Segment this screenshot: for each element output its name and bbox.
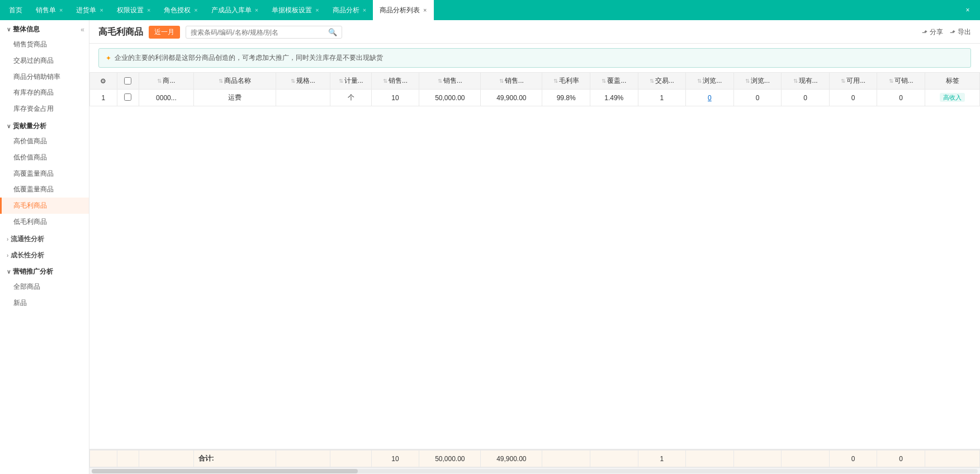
col-header-spec[interactable]: ⇅ 规格... bbox=[276, 73, 330, 90]
sort-icon-unit: ⇅ bbox=[339, 78, 343, 84]
arrow-icon-5: ∨ bbox=[7, 269, 11, 275]
content-header: 高毛利商品 近一月 🔍 ⬏ 分享 ⬏ 导出 bbox=[89, 20, 980, 44]
sidebar-item-low-margin[interactable]: 低毛利商品 bbox=[0, 214, 89, 230]
sort-icon-stockcur: ⇅ bbox=[793, 78, 798, 84]
cell-sales-cost: 49,900.00 bbox=[481, 90, 542, 106]
col-header-sales-cost[interactable]: ⇅ 销售... bbox=[481, 73, 542, 90]
sidebar-item-new-goods[interactable]: 新品 bbox=[0, 295, 89, 311]
cell-check[interactable] bbox=[117, 90, 139, 106]
nav-sales-order[interactable]: 销售单 × bbox=[29, 0, 69, 20]
col-header-sales-qty[interactable]: ⇅ 销售... bbox=[371, 73, 419, 90]
table-row: 1 0000... 运费 个 10 50,000.00 49,900.00 99… bbox=[90, 90, 980, 106]
col-header-sales-amt[interactable]: ⇅ 销售... bbox=[419, 73, 481, 90]
nav-role-auth[interactable]: 角色授权 × bbox=[157, 0, 204, 20]
sidebar-group-growth[interactable]: › 成长性分析 bbox=[0, 246, 89, 262]
close-role-auth[interactable]: × bbox=[194, 7, 197, 13]
close-template-settings[interactable]: × bbox=[315, 7, 319, 13]
col-header-code[interactable]: ⇅ 商... bbox=[139, 73, 194, 90]
footer-sales-qty: 10 bbox=[371, 450, 419, 467]
sidebar-item-all-goods[interactable]: 全部商品 bbox=[0, 279, 89, 295]
footer-sales-cost: 49,900.00 bbox=[481, 450, 542, 467]
sidebar-collapse-button[interactable]: « bbox=[81, 25, 84, 34]
bottom-scrollbar[interactable] bbox=[89, 467, 980, 474]
col-header-stock-avail[interactable]: ⇅ 可用... bbox=[829, 73, 877, 90]
col-header-browse2[interactable]: ⇅ 浏览... bbox=[733, 73, 782, 90]
close-permission-settings[interactable]: × bbox=[147, 7, 150, 13]
tag-badge: 高收入 bbox=[940, 93, 965, 102]
row-checkbox[interactable] bbox=[124, 93, 131, 101]
sort-icon-gross: ⇅ bbox=[553, 78, 558, 84]
nav-permission-settings[interactable]: 权限设置 × bbox=[110, 0, 157, 20]
col-header-browse1[interactable]: ⇅ 浏览... bbox=[686, 73, 734, 90]
main-layout: « ∨ 整体信息 销售货商品 交易过的商品 商品分销助销率 有库存的商品 库存资… bbox=[0, 20, 980, 474]
col-header-cover-rate[interactable]: ⇅ 覆盖... bbox=[590, 73, 638, 90]
search-input[interactable] bbox=[191, 29, 328, 36]
col-header-check[interactable] bbox=[117, 73, 139, 90]
close-product-analysis[interactable]: × bbox=[363, 7, 366, 13]
cell-browse1[interactable]: 0 bbox=[686, 90, 734, 106]
close-all-button[interactable]: × bbox=[958, 0, 978, 20]
sort-icon-salesamt: ⇅ bbox=[438, 78, 442, 84]
close-sales-order[interactable]: × bbox=[59, 7, 63, 13]
col-header-stock-cur[interactable]: ⇅ 现有... bbox=[782, 73, 830, 90]
nav-purchase-order[interactable]: 进货单 × bbox=[69, 0, 110, 20]
close-product-analysis-list[interactable]: × bbox=[423, 7, 427, 13]
sidebar-item-high-value[interactable]: 高价值商品 bbox=[0, 133, 89, 149]
nav-home[interactable]: 首页 bbox=[2, 0, 29, 20]
page-title: 高毛利商品 bbox=[98, 26, 143, 38]
nav-product-inbound[interactable]: 产成品入库单 × bbox=[205, 0, 265, 20]
nav-template-settings[interactable]: 单据模板设置 × bbox=[265, 0, 325, 20]
sidebar-item-traded-goods[interactable]: 交易过的商品 bbox=[0, 53, 89, 69]
cell-unit: 个 bbox=[330, 90, 371, 106]
cell-gross-rate: 99.8% bbox=[542, 90, 590, 106]
sidebar-group-overall[interactable]: ∨ 整体信息 bbox=[0, 20, 89, 36]
col-header-unit[interactable]: ⇅ 计量... bbox=[330, 73, 371, 90]
filter-recent-month-button[interactable]: 近一月 bbox=[149, 26, 180, 39]
scrollbar-thumb[interactable] bbox=[92, 469, 358, 473]
cell-sales-qty: 10 bbox=[371, 90, 419, 106]
sidebar-group-contribution[interactable]: ∨ 贡献量分析 bbox=[0, 117, 89, 133]
close-product-inbound[interactable]: × bbox=[255, 7, 258, 13]
sidebar-item-sales-goods[interactable]: 销售货商品 bbox=[0, 36, 89, 53]
share-button[interactable]: ⬏ 分享 bbox=[922, 27, 943, 37]
footer-totals: 合计: 10 50,000.00 49,900.00 1 0 0 bbox=[89, 449, 980, 467]
sidebar-item-in-stock[interactable]: 有库存的商品 bbox=[0, 85, 89, 101]
col-header-stock-sell[interactable]: ⇅ 可销... bbox=[877, 73, 925, 90]
cell-tag: 高收入 bbox=[925, 90, 980, 106]
table-wrapper[interactable]: ⚙ ⇅ 商... ⇅ bbox=[89, 72, 980, 449]
col-header-tag[interactable]: 标签 bbox=[925, 73, 980, 90]
scrollbar-track[interactable] bbox=[92, 469, 978, 473]
sort-icon-code: ⇅ bbox=[157, 78, 162, 84]
export-button[interactable]: ⬏ 导出 bbox=[950, 27, 971, 37]
col-header-gross-rate[interactable]: ⇅ 毛利率 bbox=[542, 73, 590, 90]
sort-icon-stocksell: ⇅ bbox=[889, 78, 893, 84]
sidebar-item-stock-capital[interactable]: 库存资金占用 bbox=[0, 101, 89, 117]
alert-icon: ✦ bbox=[106, 54, 111, 62]
sidebar-group-marketing[interactable]: ∨ 营销推广分析 bbox=[0, 262, 89, 279]
table-header-row: ⚙ ⇅ 商... ⇅ bbox=[90, 73, 980, 90]
col-header-settings[interactable]: ⚙ bbox=[90, 73, 117, 90]
cell-name: 运费 bbox=[193, 90, 276, 106]
cell-spec bbox=[276, 90, 330, 106]
sidebar-item-low-value[interactable]: 低价值商品 bbox=[0, 149, 89, 166]
nav-product-analysis[interactable]: 商品分析 × bbox=[326, 0, 373, 20]
nav-product-analysis-list[interactable]: 商品分析列表 × bbox=[373, 0, 433, 20]
sidebar-item-high-margin[interactable]: 高毛利商品 bbox=[0, 198, 89, 214]
sidebar: « ∨ 整体信息 销售货商品 交易过的商品 商品分销助销率 有库存的商品 库存资… bbox=[0, 20, 89, 474]
cell-stock-sell: 0 bbox=[877, 90, 925, 106]
col-header-name[interactable]: ⇅ 商品名称 bbox=[193, 73, 276, 90]
sidebar-item-distribution-rate[interactable]: 商品分销助销率 bbox=[0, 69, 89, 85]
close-purchase-order[interactable]: × bbox=[100, 7, 103, 13]
cell-num: 1 bbox=[90, 90, 117, 106]
cell-browse2: 0 bbox=[733, 90, 782, 106]
sidebar-item-high-coverage[interactable]: 高覆盖量商品 bbox=[0, 166, 89, 182]
cell-trade-cnt: 1 bbox=[638, 90, 686, 106]
data-table: ⚙ ⇅ 商... ⇅ bbox=[89, 72, 980, 106]
select-all-checkbox[interactable] bbox=[124, 77, 131, 85]
sidebar-item-low-coverage[interactable]: 低覆盖量商品 bbox=[0, 181, 89, 198]
sidebar-group-liquidity[interactable]: › 流通性分析 bbox=[0, 230, 89, 246]
search-icon[interactable]: 🔍 bbox=[328, 28, 337, 36]
col-header-trade-cnt[interactable]: ⇅ 交易... bbox=[638, 73, 686, 90]
sort-icon-spec: ⇅ bbox=[291, 78, 295, 84]
footer-stock-avail: 0 bbox=[829, 450, 877, 467]
